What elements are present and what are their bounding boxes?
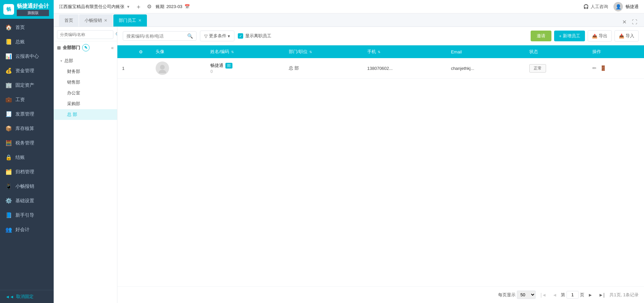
user-info[interactable]: 👤 畅捷通	[613, 2, 639, 11]
dept-collapse-icon[interactable]: «	[111, 45, 114, 50]
col-dept-position[interactable]: 部门/职位 ⇅	[284, 45, 363, 58]
col-phone[interactable]: 手机 ⇅	[363, 45, 446, 58]
add-employee-button[interactable]: + 新增员工	[554, 31, 585, 41]
toolbar-right: 邀请 + 新增员工 📤 导出 📥 导入	[531, 30, 639, 42]
col-actions: 操作	[588, 45, 644, 58]
sidebar-item-closing[interactable]: 🔒 结账	[0, 150, 54, 165]
per-page-select[interactable]: 10 20 50 100	[517, 291, 536, 299]
sidebar-item-invoice[interactable]: 🧾 发票管理	[0, 107, 54, 121]
dept-child-office[interactable]: 办公室	[54, 88, 117, 98]
page-first-button[interactable]: |◄	[538, 291, 549, 299]
all-depts-label: 全部部门	[63, 45, 80, 51]
col-status: 状态	[525, 45, 587, 58]
dept-edit-icon[interactable]: ✎	[82, 44, 90, 51]
dept-child-sales[interactable]: 销售部	[54, 77, 117, 88]
add-company-button[interactable]: ＋	[134, 3, 143, 11]
sidebar-label-invoice: 发票管理	[15, 111, 34, 117]
archive-icon: 🗂️	[5, 169, 12, 175]
import-button[interactable]: 📥 导入	[614, 30, 639, 42]
sidebar-item-assets[interactable]: 🏢 固定资产	[0, 78, 54, 92]
sidebar-label-archive: 归档管理	[15, 169, 34, 175]
sidebar-item-tax[interactable]: 🧮 税务管理	[0, 136, 54, 150]
tab-dept-employee[interactable]: 部门员工 ✕	[113, 14, 147, 27]
employee-avatar	[156, 61, 169, 75]
home-icon: 🏠	[5, 24, 12, 31]
show-resigned-toggle[interactable]: ✓ 显示离职员工	[238, 33, 271, 39]
sidebar-item-ledger[interactable]: 📒 总账	[0, 35, 54, 49]
dept-root-label: 总部	[64, 58, 73, 64]
sidebar-item-expense[interactable]: 📱 小畅报销	[0, 179, 54, 193]
sidebar-item-home[interactable]: 🏠 首页	[0, 20, 54, 35]
dept-child-headquarters[interactable]: 总 部	[54, 109, 117, 120]
inventory-icon: 📦	[5, 125, 12, 132]
period-selector[interactable]: 账期 2023-03 📅	[156, 4, 190, 10]
employee-search-icon[interactable]: 🔍	[187, 33, 193, 39]
sidebar-item-guide[interactable]: 📘 新手引导	[0, 208, 54, 222]
page-size-selector[interactable]: 每页显示 10 20 50 100	[498, 291, 536, 299]
col-avatar: 头像	[151, 45, 206, 58]
dept-child-finance[interactable]: 财务部	[54, 66, 117, 77]
closing-icon: 🔒	[5, 154, 12, 161]
sidebar-item-archive[interactable]: 🗂️ 归档管理	[0, 165, 54, 179]
sidebar-label-settings: 基础设置	[15, 198, 34, 204]
tab-close-button[interactable]: ✕	[621, 17, 628, 27]
employee-search-input[interactable]	[126, 34, 185, 39]
page-prev-button[interactable]: ◄	[550, 291, 559, 299]
export-label: 导出	[599, 33, 607, 39]
sidebar-item-funds[interactable]: 💰 资金管理	[0, 63, 54, 78]
col-settings[interactable]: ⚙	[134, 45, 151, 58]
add-employee-label: 新增员工	[563, 33, 580, 39]
sidebar-label-tax: 税务管理	[15, 140, 34, 146]
per-page-label: 每页显示	[498, 292, 516, 298]
edit-employee-icon[interactable]: ✏	[592, 65, 597, 71]
dept-child-purchase[interactable]: 采购部	[54, 98, 117, 109]
tab-maximize-button[interactable]: ⛶	[631, 18, 639, 27]
more-filter-button[interactable]: ▽ 更多条件 ▾	[200, 31, 234, 41]
row-email: chanjethkj...	[446, 58, 525, 79]
sidebar-item-inventory[interactable]: 📦 库存核算	[0, 121, 54, 136]
import-label: 导入	[626, 33, 634, 39]
col-email: Email	[446, 45, 525, 58]
delete-employee-icon[interactable]: 🚪	[600, 65, 606, 71]
app-title: 畅捷通好会计	[17, 3, 49, 10]
support-button[interactable]: 🎧 人工咨询	[583, 4, 608, 10]
unpin-icon: ◄◄	[5, 294, 14, 299]
page-next-button[interactable]: ►	[586, 291, 595, 299]
sidebar-label-ledger: 总账	[15, 39, 25, 45]
resigned-checkbox[interactable]: ✓	[238, 33, 243, 39]
grid-icon: ⊞	[57, 45, 61, 50]
sidebar-item-accounting[interactable]: 👥 好会计	[0, 222, 54, 237]
invite-button[interactable]: 邀请	[531, 31, 551, 41]
tab-expense[interactable]: 小畅报销 ✕	[79, 14, 113, 27]
tab-expense-close-icon[interactable]: ✕	[104, 18, 107, 23]
col-name-code[interactable]: 姓名/编码 ⇅	[206, 45, 284, 58]
company-arrow-icon: ▼	[126, 5, 130, 9]
page-total: 共1页, 1条记录	[609, 292, 639, 298]
app-version: 旗舰版	[17, 10, 49, 16]
employee-search-box: 🔍	[123, 31, 197, 41]
settings-gear-icon[interactable]: ⚙	[147, 3, 152, 10]
dept-sort-icon: ⇅	[309, 50, 312, 54]
dept-search-input[interactable]	[57, 30, 113, 39]
employee-table: ⚙ 头像 姓名/编码 ⇅ 部门/职位 ⇅ 手机	[117, 45, 644, 79]
unpin-button[interactable]: ◄◄ 取消固定	[0, 290, 54, 303]
col-index	[117, 45, 134, 58]
sidebar-item-payroll[interactable]: 💼 工资	[0, 92, 54, 107]
row-avatar	[151, 58, 206, 79]
status-badge: 正常	[529, 64, 546, 73]
company-selector[interactable]: 江西服宝精品有限责任公司内账张 ▼	[59, 4, 130, 10]
tab-dept-employee-close-icon[interactable]: ✕	[138, 18, 142, 23]
all-depts-header[interactable]: ⊞ 全部部门 ✎ «	[54, 41, 117, 54]
tab-home[interactable]: 首页	[59, 14, 78, 27]
sidebar-label-expense: 小畅报销	[15, 183, 34, 189]
sidebar-item-settings[interactable]: ⚙️ 基础设置	[0, 193, 54, 208]
page-input[interactable]	[567, 291, 579, 299]
sidebar-item-reports[interactable]: 📊 云报表中心	[0, 49, 54, 63]
tax-icon: 🧮	[5, 140, 12, 146]
dept-panel: 🔍 ⊞ 全部部门 ✎ « ▾ 总部 财务部 销售部 办公室 采购部 总 部	[54, 27, 117, 303]
page-last-button[interactable]: ►|	[596, 291, 607, 299]
dept-node-root[interactable]: ▾ 总部	[54, 55, 117, 66]
export-button[interactable]: 📤 导出	[588, 30, 612, 42]
sidebar-label-closing: 结账	[15, 155, 25, 161]
unpin-label: 取消固定	[16, 294, 34, 300]
